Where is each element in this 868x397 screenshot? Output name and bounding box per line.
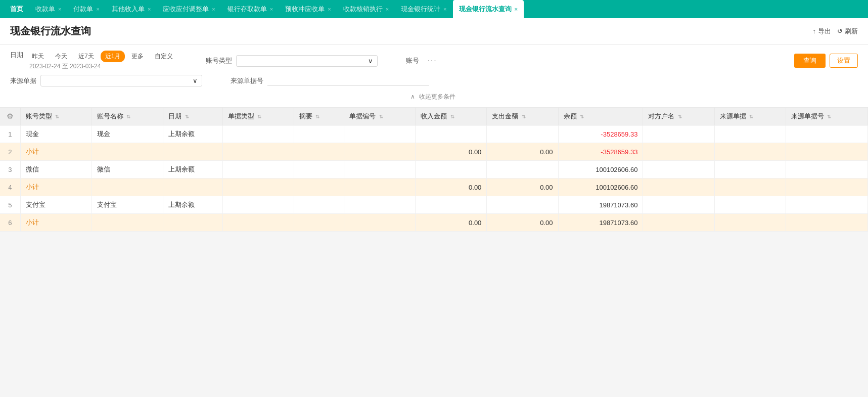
- col-counterparty[interactable]: 对方户名 ⇅: [643, 108, 714, 125]
- col-account-name[interactable]: 账号名称 ⇅: [92, 108, 163, 125]
- tab-close-icon[interactable]: ×: [328, 6, 331, 12]
- cell-account-type: 小计: [20, 179, 92, 196]
- nav-tab-fukuandan[interactable]: 付款单 ×: [67, 0, 105, 18]
- cell-date: [163, 214, 222, 232]
- tab-label: 付款单: [73, 5, 93, 14]
- refresh-button[interactable]: ↺ 刷新: [837, 27, 858, 36]
- cell-summary: [294, 196, 344, 214]
- chevron-down-icon: ∨: [368, 57, 373, 65]
- nav-tab-ysyftz[interactable]: 应收应付调整单 ×: [157, 0, 221, 18]
- table-row: 4 小计 0.00 0.00 100102606.60: [0, 179, 868, 196]
- nav-tab-qtsr[interactable]: 其他收入单 ×: [106, 0, 157, 18]
- cell-counterparty: [643, 179, 714, 196]
- settings-button[interactable]: 设置: [830, 54, 858, 68]
- date-btn-custom[interactable]: 自定义: [150, 51, 177, 62]
- table-header-row: ⚙ 账号类型 ⇅ 账号名称 ⇅ 日期 ⇅ 单据类型 ⇅: [0, 108, 868, 125]
- cell-account-name: 支付宝: [92, 196, 163, 214]
- col-expense[interactable]: 支出金额 ⇅: [487, 108, 558, 125]
- nav-tab-xjyhtj[interactable]: 现金银行统计 ×: [395, 0, 452, 18]
- cell-source-doc-no: [786, 179, 867, 196]
- export-button[interactable]: ↑ 导出: [813, 27, 832, 36]
- col-doc-type[interactable]: 单据类型 ⇅: [222, 108, 294, 125]
- col-label: 对方户名: [648, 112, 674, 120]
- table-row: 5 支付宝 支付宝 上期余额 19871073.60: [0, 196, 868, 214]
- account-dots[interactable]: ···: [423, 55, 441, 66]
- cell-counterparty: [643, 196, 714, 214]
- cell-summary: [294, 143, 344, 161]
- cell-balance: 19871073.60: [558, 214, 643, 232]
- date-buttons: 昨天 今天 近7天 近1月 更多 自定义: [27, 51, 177, 62]
- source-doc-no-input[interactable]: [267, 76, 429, 86]
- source-doc-select[interactable]: ∨: [40, 75, 202, 86]
- tab-close-icon[interactable]: ×: [96, 6, 99, 12]
- refresh-label: 刷新: [845, 27, 858, 36]
- col-label: 收入金额: [421, 112, 447, 120]
- cell-doc-no: [344, 214, 415, 232]
- cell-account-type: 现金: [20, 125, 92, 143]
- cell-date: [163, 143, 222, 161]
- col-income[interactable]: 收入金额 ⇅: [416, 108, 487, 125]
- cell-balance: 19871073.60: [558, 196, 643, 214]
- cell-income: [416, 161, 487, 179]
- cell-index: 2: [0, 143, 20, 161]
- page-title: 现金银行流水查询: [10, 24, 91, 38]
- cell-date: [163, 179, 222, 196]
- tab-label: 其他收入单: [112, 5, 145, 14]
- account-type-select[interactable]: ∨: [236, 55, 378, 67]
- nav-home[interactable]: 首页: [4, 0, 29, 18]
- col-balance[interactable]: 余额 ⇅: [558, 108, 643, 125]
- col-source-doc[interactable]: 来源单据 ⇅: [714, 108, 786, 125]
- tab-close-icon[interactable]: ×: [515, 6, 518, 12]
- cell-doc-type: [222, 196, 294, 214]
- col-source-doc-no[interactable]: 来源单据号 ⇅: [786, 108, 867, 125]
- cell-income: 0.00: [416, 143, 487, 161]
- tab-close-icon[interactable]: ×: [443, 6, 446, 12]
- cell-balance: -3528659.33: [558, 143, 643, 161]
- date-btn-7days[interactable]: 近7天: [74, 51, 99, 62]
- cell-expense: [487, 161, 558, 179]
- date-range-text: 2023-02-24 至 2023-03-24: [29, 62, 177, 71]
- account-label: 账号: [406, 56, 419, 65]
- cell-income: [416, 125, 487, 143]
- cell-account-name: 现金: [92, 125, 163, 143]
- cell-balance: 100102606.60: [558, 161, 643, 179]
- nav-tab-skhx[interactable]: 收款核销执行 ×: [337, 0, 395, 18]
- data-table-container: ⚙ 账号类型 ⇅ 账号名称 ⇅ 日期 ⇅ 单据类型 ⇅: [0, 108, 868, 232]
- nav-tab-yscys[interactable]: 预收冲应收单 ×: [279, 0, 337, 18]
- tab-close-icon[interactable]: ×: [148, 6, 151, 12]
- tab-label: 银行存取款单: [227, 5, 267, 14]
- date-btn-today[interactable]: 今天: [51, 51, 72, 62]
- tab-close-icon[interactable]: ×: [386, 6, 389, 12]
- col-label: 日期: [168, 112, 181, 120]
- tab-label: 收款核销执行: [343, 5, 383, 14]
- collapse-bar[interactable]: ∧ 收起更多条件: [10, 91, 858, 103]
- date-btn-yesterday[interactable]: 昨天: [27, 51, 49, 62]
- col-date[interactable]: 日期 ⇅: [163, 108, 222, 125]
- filter-area: 日期 昨天 今天 近7天 近1月 更多 自定义 2023-02-24 至 202…: [0, 45, 868, 108]
- cell-source-doc: [714, 143, 786, 161]
- cell-account-type: 微信: [20, 161, 92, 179]
- date-btn-more[interactable]: 更多: [127, 51, 148, 62]
- tab-close-icon[interactable]: ×: [270, 6, 273, 12]
- cell-source-doc: [714, 196, 786, 214]
- gear-icon[interactable]: ⚙: [7, 112, 13, 120]
- filter-row-2: 来源单据 ∨ 来源单据号: [10, 75, 858, 86]
- cell-account-type: 小计: [20, 214, 92, 232]
- tab-close-icon[interactable]: ×: [58, 6, 61, 12]
- col-summary[interactable]: 摘要 ⇅: [294, 108, 344, 125]
- nav-tab-xjyhls[interactable]: 现金银行流水查询 ×: [453, 0, 524, 18]
- sort-icon: ⇅: [126, 114, 130, 119]
- tab-close-icon[interactable]: ×: [212, 6, 215, 12]
- date-btn-1month[interactable]: 近1月: [101, 51, 125, 62]
- col-account-type[interactable]: 账号类型 ⇅: [20, 108, 92, 125]
- col-doc-no[interactable]: 单据编号 ⇅: [344, 108, 415, 125]
- source-doc-no-label: 来源单据号: [231, 76, 263, 85]
- sort-icon: ⇅: [55, 114, 59, 119]
- query-button[interactable]: 查询: [794, 54, 826, 68]
- nav-tab-shoukuandan[interactable]: 收款单 ×: [29, 0, 67, 18]
- col-gear[interactable]: ⚙: [0, 108, 20, 125]
- sort-icon: ⇅: [522, 114, 526, 119]
- cell-doc-type: [222, 125, 294, 143]
- sort-icon: ⇅: [749, 114, 753, 119]
- nav-tab-yhcqk[interactable]: 银行存取款单 ×: [221, 0, 279, 18]
